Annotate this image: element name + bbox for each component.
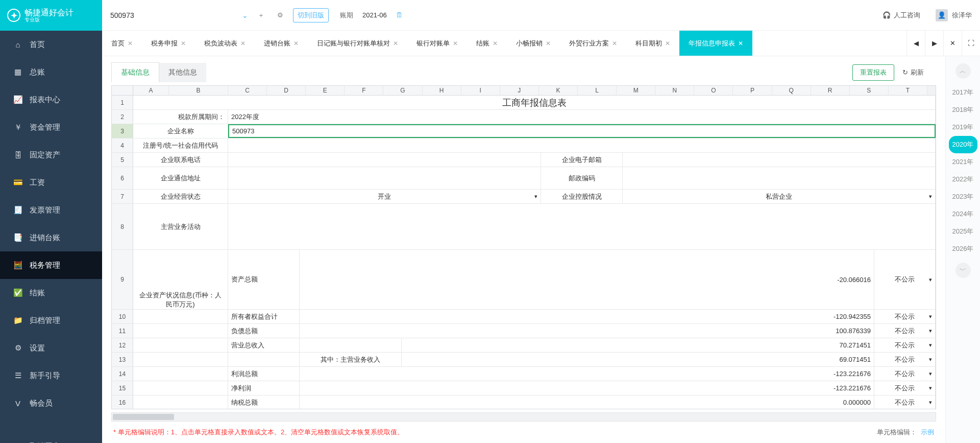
horizontal-scrollbar[interactable] xyxy=(111,412,936,422)
col-header[interactable]: E xyxy=(306,86,345,95)
phone-value[interactable] xyxy=(228,153,541,167)
col-header[interactable]: F xyxy=(345,86,383,95)
close-icon[interactable]: ✕ xyxy=(612,40,617,47)
year-pill[interactable]: 2025年 xyxy=(949,223,977,240)
disclose-select[interactable]: 不公示 xyxy=(874,381,936,395)
close-icon[interactable]: ✕ xyxy=(393,40,398,47)
tab[interactable]: 科目期初✕ xyxy=(626,31,679,56)
row-header[interactable]: 7 xyxy=(112,190,133,203)
year-pill[interactable]: 2023年 xyxy=(949,188,977,205)
nav-item-ledger[interactable]: ▦总账 xyxy=(0,58,102,86)
tab[interactable]: 税负波动表✕ xyxy=(195,31,255,56)
switch-old-button[interactable]: 切到旧版 xyxy=(293,8,329,22)
row-header[interactable]: 16 xyxy=(112,395,133,409)
row-header[interactable]: 2 xyxy=(112,110,133,124)
disclose-select[interactable]: 不公示 xyxy=(874,310,936,323)
example-link[interactable]: 示例 xyxy=(921,428,934,436)
col-header[interactable]: N xyxy=(655,86,694,95)
close-icon[interactable]: ✕ xyxy=(493,40,498,47)
row-header[interactable]: 4 xyxy=(112,138,133,152)
metric-value[interactable]: 69.071451 xyxy=(402,353,874,366)
col-header[interactable]: K xyxy=(539,86,578,95)
col-header[interactable]: O xyxy=(694,86,733,95)
metric-value[interactable]: 70.271451 xyxy=(402,338,874,352)
row-header[interactable]: 9 xyxy=(112,250,133,309)
nav-item-invoice[interactable]: 🧾发票管理 xyxy=(0,196,102,224)
year-prev[interactable]: ︿ xyxy=(955,63,971,79)
tabs-prev[interactable]: ◀ xyxy=(906,31,925,56)
col-header[interactable]: D xyxy=(267,86,306,95)
col-header[interactable]: J xyxy=(500,86,539,95)
metric-value[interactable]: -123.221676 xyxy=(300,381,874,395)
year-pill[interactable]: 2020年 xyxy=(949,136,977,153)
calendar-icon[interactable]: 🗓 xyxy=(396,11,403,19)
year-pill[interactable]: 2019年 xyxy=(949,119,977,136)
email-value[interactable] xyxy=(623,153,936,167)
row-header[interactable]: 10 xyxy=(112,310,133,323)
nav-item-vip[interactable]: V畅会员 xyxy=(0,389,102,417)
nav-item-home[interactable]: ⌂首页 xyxy=(0,31,102,58)
close-icon[interactable]: ✕ xyxy=(181,40,186,47)
reset-button[interactable]: 重置报表 xyxy=(852,64,894,81)
tab[interactable]: 日记账与银行对账单核对✕ xyxy=(308,31,407,56)
tab[interactable]: 小畅报销✕ xyxy=(507,31,560,56)
col-header[interactable]: A xyxy=(133,86,169,95)
row-header[interactable]: 15 xyxy=(112,381,133,395)
col-header[interactable]: Q xyxy=(772,86,811,95)
col-header[interactable]: B xyxy=(169,86,228,95)
col-header[interactable]: S xyxy=(850,86,889,95)
help-link[interactable]: 🎧 人工咨询 xyxy=(883,11,920,20)
row-header[interactable]: 12 xyxy=(112,338,133,352)
col-header[interactable]: C xyxy=(228,86,267,95)
col-header[interactable]: P xyxy=(733,86,772,95)
gear-icon[interactable]: ⚙ xyxy=(274,9,287,22)
subtab-other[interactable]: 其他信息 xyxy=(159,63,206,82)
col-header[interactable]: G xyxy=(383,86,422,95)
col-header[interactable]: M xyxy=(617,86,655,95)
company-name-input[interactable]: 500973 xyxy=(228,124,936,138)
row-header[interactable]: 11 xyxy=(112,324,133,338)
tab[interactable]: 结账✕ xyxy=(467,31,507,56)
close-icon[interactable]: ✕ xyxy=(453,40,458,47)
metric-value[interactable]: -20.066016 xyxy=(300,250,874,309)
year-pill[interactable]: 2024年 xyxy=(949,205,977,223)
period-value[interactable]: 2021-06 xyxy=(362,11,387,19)
tabs-close-all[interactable]: ✕ xyxy=(943,31,962,56)
holding-select[interactable]: 私营企业 xyxy=(623,190,936,203)
nav-item-psi[interactable]: 📑进销台账 xyxy=(0,224,102,251)
disclose-select[interactable]: 不公示 xyxy=(874,367,936,381)
company-selector[interactable]: 500973 ⌄ xyxy=(110,11,248,19)
nav-item-close-period[interactable]: ✅结账 xyxy=(0,279,102,307)
row-header[interactable]: 6 xyxy=(112,167,133,189)
row-header[interactable]: 14 xyxy=(112,367,133,381)
year-pill[interactable]: 2021年 xyxy=(949,153,977,171)
metric-value[interactable]: -120.942355 xyxy=(300,310,874,323)
main-biz-value[interactable] xyxy=(228,204,936,249)
tab[interactable]: 首页✕ xyxy=(102,31,142,56)
reg-code-value[interactable] xyxy=(228,138,936,152)
close-icon[interactable]: ✕ xyxy=(128,40,133,47)
row-header[interactable]: 13 xyxy=(112,353,133,366)
row-header[interactable]: 5 xyxy=(112,153,133,167)
metric-value[interactable]: 100.876339 xyxy=(300,324,874,338)
close-icon[interactable]: ✕ xyxy=(546,40,551,47)
close-icon[interactable]: ✕ xyxy=(240,40,246,47)
close-icon[interactable]: ✕ xyxy=(738,40,743,47)
add-icon[interactable]: ＋ xyxy=(254,9,267,22)
select-all-corner[interactable] xyxy=(112,86,133,95)
nav-item-fund[interactable]: ￥资金管理 xyxy=(0,113,102,141)
disclose-select[interactable]: 不公示 xyxy=(874,395,936,409)
disclose-select[interactable]: 不公示 xyxy=(874,324,936,338)
tabs-next[interactable]: ▶ xyxy=(925,31,943,56)
user-chip[interactable]: 👤 徐泽华 xyxy=(936,9,972,21)
disclose-select[interactable]: 不公示 xyxy=(874,353,936,366)
col-header[interactable]: I xyxy=(461,86,500,95)
metric-value[interactable]: 0.000000 xyxy=(300,395,874,409)
disclose-select[interactable]: 不公示 xyxy=(874,250,936,309)
period-value-cell[interactable]: 2022年度 xyxy=(228,110,936,124)
year-pill[interactable]: 2017年 xyxy=(949,84,977,101)
year-next[interactable]: ﹀ xyxy=(955,263,971,278)
col-header[interactable]: R xyxy=(811,86,850,95)
tab[interactable]: 税务申报✕ xyxy=(142,31,195,56)
unpin-sidebar[interactable]: ⇤ 取消固定 xyxy=(0,432,102,443)
